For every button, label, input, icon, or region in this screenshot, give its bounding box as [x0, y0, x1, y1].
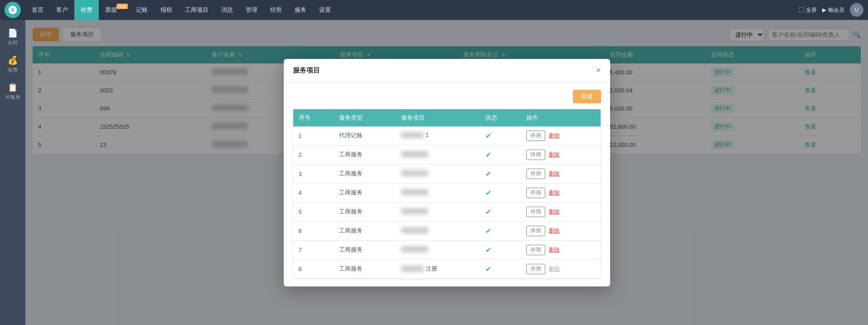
stop-button[interactable]: 停用	[526, 169, 545, 179]
modal-cell-type: 工商服务	[334, 240, 395, 259]
fee-icon: 💰	[8, 55, 18, 65]
nav-bookkeeping[interactable]: 记账	[130, 0, 154, 20]
avatar[interactable]: U	[850, 3, 863, 17]
modal-cell-item	[396, 240, 480, 259]
modal-cell-item	[396, 202, 480, 221]
modal-table-row: 2 工商服务 ✔ 停用 删除	[293, 145, 601, 164]
modal-col-item: 服务项目	[396, 109, 480, 126]
status-check-icon: ✔	[485, 151, 491, 159]
video-icon: ▶	[822, 7, 826, 13]
modal-table-row: 5 工商服务 ✔ 停用 删除	[293, 202, 601, 221]
sidebar-item-fee[interactable]: 💰 收费	[1, 52, 24, 77]
modal-cell-item: 1	[396, 126, 480, 146]
modal-cell-status: ✔	[480, 164, 521, 183]
stop-button[interactable]: 停用	[526, 207, 545, 217]
reconcile-icon: 📋	[8, 82, 18, 92]
nav-manage[interactable]: 管理	[239, 0, 264, 20]
modal-cell-seq: 8	[293, 259, 334, 278]
modal-cell-status: ✔	[480, 240, 521, 259]
nav-operation[interactable]: 经营	[264, 0, 288, 20]
modal-cell-status: ✔	[480, 202, 521, 221]
sidebar-item-fee-label: 收费	[8, 67, 18, 73]
modal-cell-status: ✔	[480, 259, 521, 278]
nav-right: ⛶ 全屏 ▶ 畅会员 U	[799, 3, 863, 17]
status-check-icon: ✔	[485, 208, 491, 216]
modal-cell-action[interactable]: 停用 删除	[521, 240, 600, 259]
modal-col-action: 操作	[521, 109, 600, 126]
modal-toolbar: 新建	[293, 90, 601, 103]
nav-tax[interactable]: 报税	[154, 0, 179, 20]
modal-cell-action[interactable]: 停用 删除	[521, 145, 600, 164]
service-modal: 服务项目 × 新建 序号 服务类型 服务项目	[284, 59, 610, 286]
modal-cell-status: ✔	[480, 183, 521, 202]
modal-cell-action[interactable]: 停用 删除	[521, 202, 600, 221]
fullscreen-icon: ⛶	[799, 7, 804, 13]
delete-button[interactable]: 删除	[549, 227, 560, 235]
new-badge: new	[116, 4, 128, 9]
modal-cell-action[interactable]: 停用 删除	[521, 183, 600, 202]
sidebar-item-reconcile[interactable]: 📋 对账单	[1, 79, 24, 104]
modal-cell-type: 工商服务	[334, 183, 395, 202]
modal-cell-type: 工商服务	[334, 202, 395, 221]
nav-invoice[interactable]: 票据 new	[99, 0, 130, 20]
modal-cell-action[interactable]: 停用 删除	[521, 259, 600, 278]
modal-new-button[interactable]: 新建	[573, 90, 601, 103]
delete-button[interactable]: 删除	[549, 208, 560, 216]
delete-button[interactable]: 删除	[549, 265, 560, 273]
stop-button[interactable]: 停用	[526, 150, 545, 160]
modal-cell-action[interactable]: 停用 删除	[521, 126, 600, 146]
nav-service[interactable]: 服务	[288, 0, 313, 20]
fullscreen-btn[interactable]: ⛶ 全屏	[799, 6, 817, 14]
nav-settings[interactable]: 设置	[313, 0, 337, 20]
modal-table-row: 4 工商服务 ✔ 停用 删除	[293, 183, 601, 202]
status-check-icon: ✔	[485, 246, 491, 254]
modal-cell-action[interactable]: 停用 删除	[521, 164, 600, 183]
modal-title: 服务项目	[293, 66, 320, 75]
delete-button[interactable]: 删除	[549, 246, 560, 254]
stop-button[interactable]: 停用	[526, 245, 545, 255]
modal-cell-item	[396, 145, 480, 164]
modal-col-seq: 序号	[293, 109, 334, 126]
modal-cell-type: 工商服务	[334, 259, 395, 278]
modal-header: 服务项目 ×	[284, 59, 610, 82]
nav-message[interactable]: 消息	[215, 0, 239, 20]
modal-col-status: 状态	[480, 109, 521, 126]
modal-close-button[interactable]: ×	[596, 66, 601, 74]
delete-button[interactable]: 删除	[549, 151, 560, 159]
nav-items: 首页 客户 收费 票据 new 记账 报税 工商项目 消息 管理 经营 服务 设…	[25, 0, 799, 20]
modal-cell-status: ✔	[480, 221, 521, 240]
stop-button[interactable]: 停用	[526, 264, 545, 274]
contract-icon: 📄	[8, 28, 18, 38]
status-check-icon: ✔	[485, 189, 491, 197]
delete-button[interactable]: 删除	[549, 132, 560, 140]
delete-button[interactable]: 删除	[549, 189, 560, 197]
modal-cell-seq: 5	[293, 202, 334, 221]
main-layout: 📄 合同 💰 收费 📋 对账单 新增 服务项目 进行中 已完成 已取消	[0, 20, 868, 325]
modal-table-row: 1 代理记账 1 ✔ 停用 删除	[293, 126, 601, 146]
nav-fee[interactable]: 收费	[74, 0, 99, 20]
nav-business[interactable]: 工商项目	[179, 0, 215, 20]
modal-cell-seq: 6	[293, 221, 334, 240]
sidebar-item-contract[interactable]: 📄 合同	[1, 24, 24, 50]
status-check-icon: ✔	[485, 265, 491, 273]
modal-cell-seq: 1	[293, 126, 334, 146]
stop-button[interactable]: 停用	[526, 226, 545, 236]
modal-cell-item	[396, 221, 480, 240]
modal-col-type: 服务类型	[334, 109, 395, 126]
modal-cell-type: 代理记账	[334, 126, 395, 146]
status-check-icon: ✔	[485, 227, 491, 235]
delete-button[interactable]: 删除	[549, 170, 560, 178]
modal-cell-seq: 3	[293, 164, 334, 183]
modal-header-row: 序号 服务类型 服务项目 状态 操作	[293, 109, 601, 126]
nav-client[interactable]: 客户	[50, 0, 74, 20]
modal-overlay: 服务项目 × 新建 序号 服务类型 服务项目	[25, 20, 868, 325]
modal-cell-seq: 2	[293, 145, 334, 164]
stop-button[interactable]: 停用	[526, 131, 545, 141]
modal-cell-type: 工商服务	[334, 164, 395, 183]
stop-button[interactable]: 停用	[526, 188, 545, 198]
nav-home[interactable]: 首页	[25, 0, 50, 20]
modal-table-wrapper[interactable]: 序号 服务类型 服务项目 状态 操作 1 代理记账 1 ✔ 停用	[293, 109, 601, 279]
vip-btn[interactable]: ▶ 畅会员	[822, 6, 844, 14]
modal-cell-action[interactable]: 停用 删除	[521, 221, 600, 240]
modal-service-table: 序号 服务类型 服务项目 状态 操作 1 代理记账 1 ✔ 停用	[293, 109, 601, 279]
